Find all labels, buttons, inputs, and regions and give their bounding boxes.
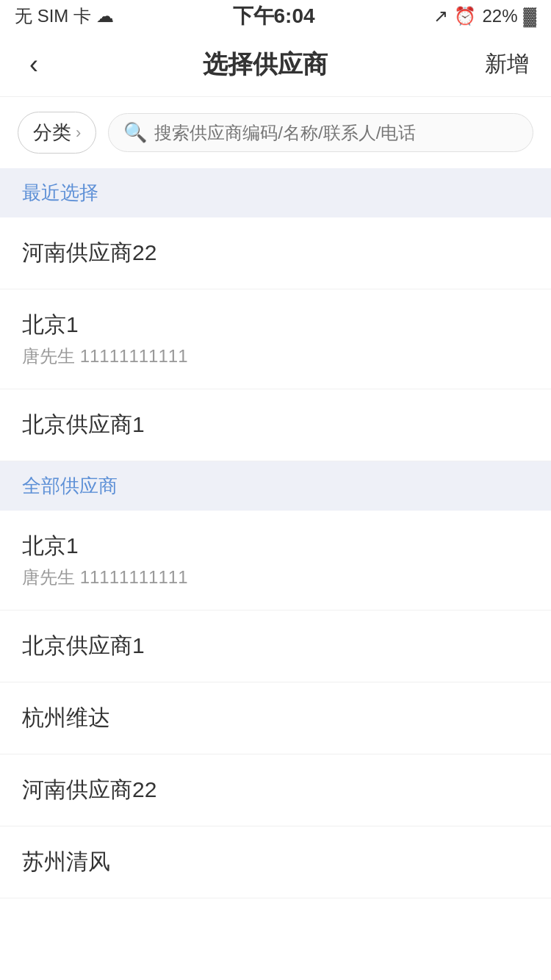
list-item-sub: 唐先生 11111111111 <box>22 566 529 589</box>
all-list-item[interactable]: 河南供应商22 <box>0 754 551 826</box>
no-sim-label: 无 SIM 卡 ☁ <box>15 4 114 28</box>
all-items-list: 北京1唐先生 11111111111北京供应商1杭州维达河南供应商22苏州清风 <box>0 511 551 898</box>
recent-section-header: 最近选择 <box>0 168 551 217</box>
search-icon: 🔍 <box>123 121 147 144</box>
list-item-sub: 唐先生 11111111111 <box>22 345 529 368</box>
nav-bar: ‹ 选择供应商 新增 <box>0 32 551 97</box>
list-item-name: 北京1 <box>22 531 529 561</box>
recent-list-item[interactable]: 北京1唐先生 11111111111 <box>0 289 551 389</box>
status-left: 无 SIM 卡 ☁ <box>15 4 114 28</box>
battery-label: 22% <box>482 6 517 26</box>
back-button[interactable]: ‹ <box>22 42 46 87</box>
all-list-item[interactable]: 杭州维达 <box>0 682 551 754</box>
all-list-item[interactable]: 苏州清风 <box>0 826 551 898</box>
list-item-name: 北京供应商1 <box>22 410 529 440</box>
list-item-name: 杭州维达 <box>22 703 529 733</box>
list-item-name: 北京1 <box>22 310 529 340</box>
status-time: 下午6:04 <box>233 2 315 30</box>
alarm-icon: ⏰ <box>454 6 476 26</box>
all-section-label: 全部供应商 <box>22 475 118 497</box>
search-input[interactable] <box>154 123 518 143</box>
filter-bar: 分类 › 🔍 <box>0 97 551 168</box>
category-label: 分类 <box>33 120 71 145</box>
category-filter-button[interactable]: 分类 › <box>18 112 96 154</box>
battery-icon: ▓ <box>523 6 536 26</box>
all-section-header: 全部供应商 <box>0 461 551 511</box>
recent-section-label: 最近选择 <box>22 181 98 203</box>
recent-list-item[interactable]: 北京供应商1 <box>0 389 551 461</box>
list-item-name: 北京供应商1 <box>22 631 529 661</box>
status-right: ↗ ⏰ 22% ▓ <box>433 6 536 26</box>
status-bar: 无 SIM 卡 ☁ 下午6:04 ↗ ⏰ 22% ▓ <box>0 0 551 32</box>
list-item-name: 河南供应商22 <box>22 238 529 268</box>
category-chevron-icon: › <box>76 123 81 143</box>
recent-items-list: 河南供应商22北京1唐先生 11111111111北京供应商1 <box>0 217 551 461</box>
location-icon: ↗ <box>433 6 448 26</box>
page-title: 选择供应商 <box>203 48 328 82</box>
add-button[interactable]: 新增 <box>485 49 529 79</box>
all-list-item[interactable]: 北京1唐先生 11111111111 <box>0 511 551 610</box>
all-list-item[interactable]: 北京供应商1 <box>0 610 551 682</box>
list-item-name: 苏州清风 <box>22 847 529 877</box>
recent-list-item[interactable]: 河南供应商22 <box>0 217 551 289</box>
search-box[interactable]: 🔍 <box>108 113 533 152</box>
list-item-name: 河南供应商22 <box>22 775 529 805</box>
